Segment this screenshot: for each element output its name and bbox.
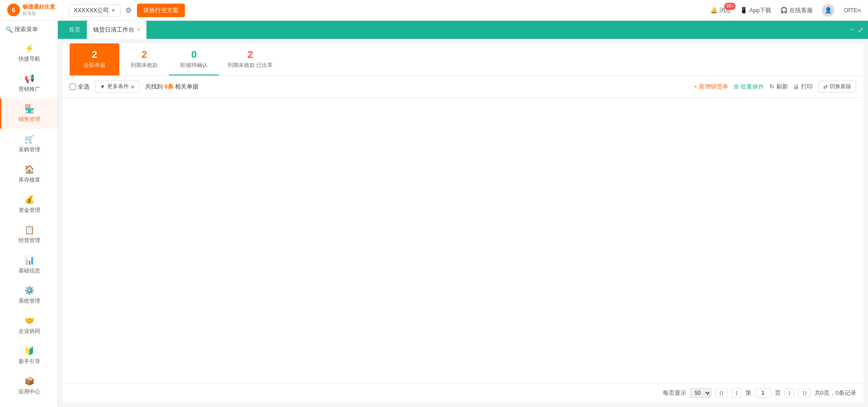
per-page-label: 每页显示 bbox=[663, 389, 686, 397]
basic-info-icon: 📊 bbox=[24, 255, 34, 265]
not-shipped-label: 到期未收款 已出库 bbox=[228, 61, 273, 69]
chevron-down-icon: ▼ bbox=[111, 8, 116, 13]
sidebar-item-system[interactable]: ⚙️ 系统管理 bbox=[0, 280, 57, 310]
message-badge: 99+ bbox=[724, 3, 736, 10]
company-name: XXXXXX公司 bbox=[74, 6, 109, 14]
sidebar-item-wechat[interactable]: 💬 企业微信 bbox=[0, 401, 57, 407]
tab-expand-icon[interactable]: ⤢ bbox=[858, 26, 863, 34]
tab-active[interactable]: 钱货日清工作台 × bbox=[87, 21, 146, 39]
sidebar-item-operations[interactable]: 📋 经营管理 bbox=[0, 220, 57, 250]
last-page-btn[interactable]: ⟩⟩ bbox=[798, 388, 811, 398]
tab-minimize-icon[interactable]: − bbox=[850, 26, 854, 34]
quick-nav-icon: ⚡ bbox=[24, 43, 34, 53]
new-sale-btn[interactable]: + 新增销货单 bbox=[694, 83, 728, 91]
page-input[interactable] bbox=[755, 388, 771, 398]
page-label-end: 页 bbox=[775, 389, 781, 397]
filter-icon: ▼ bbox=[100, 84, 105, 90]
message-button[interactable]: 🔔 消息 99+ bbox=[710, 6, 731, 14]
sales-icon: 🏪 bbox=[24, 104, 34, 114]
not-shipped-num: 2 bbox=[248, 49, 253, 61]
operations-icon: 📋 bbox=[24, 225, 34, 235]
logo-area: 6 畅捷通好生意 标准版 bbox=[7, 4, 65, 16]
inventory-icon: 🏠 bbox=[24, 164, 34, 174]
sidebar-item-label: 企业协同 bbox=[19, 327, 40, 335]
total-label: 共0页，0条记录 bbox=[815, 389, 856, 397]
stat-tab-pending[interactable]: 0 旺辅待确认 bbox=[169, 43, 219, 75]
select-all-label: 全选 bbox=[78, 83, 90, 91]
avatar[interactable]: 👤 bbox=[822, 4, 835, 17]
overdue-label: 到期未收款 bbox=[131, 61, 158, 69]
sidebar-item-label: 快捷导航 bbox=[19, 55, 40, 63]
print-btn[interactable]: 🖨 打印 bbox=[793, 83, 813, 91]
search-icon: 🔍 bbox=[5, 26, 13, 33]
switch-icon: ⇄ bbox=[823, 84, 828, 90]
sidebar-item-basic-info[interactable]: 📊 基础信息 bbox=[0, 250, 57, 280]
app-download-button[interactable]: 📱 App下载 bbox=[740, 6, 771, 14]
logo-line1: 畅捷通好生意 bbox=[23, 4, 55, 10]
sidebar-item-inventory[interactable]: 🏠 库存核算 bbox=[0, 159, 57, 189]
chevron-down-icon: ∨ bbox=[131, 84, 135, 90]
tab-home[interactable]: 首页 bbox=[62, 21, 87, 39]
bell-icon: 🔔 bbox=[710, 7, 717, 14]
select-all-checkbox[interactable] bbox=[70, 84, 76, 90]
sidebar-item-label: 库存核算 bbox=[19, 176, 40, 184]
sidebar-item-label: 营销推广 bbox=[19, 85, 40, 93]
found-count: 0条 bbox=[165, 83, 174, 90]
select-all-area: 全选 bbox=[70, 83, 90, 91]
guide-icon: 🔰 bbox=[24, 346, 34, 356]
content-inner: 2 全部单据 2 到期未收款 0 旺辅待确认 2 到期未收款 已出库 全选 bbox=[62, 43, 863, 402]
sidebar-item-finance[interactable]: 💰 资金管理 bbox=[0, 189, 57, 220]
sidebar-item-guide[interactable]: 🔰 新手引导 bbox=[0, 341, 57, 371]
tab-close-icon[interactable]: × bbox=[137, 27, 140, 33]
per-page-select[interactable]: 50 bbox=[690, 388, 712, 398]
refresh-label: 刷新 bbox=[776, 83, 788, 91]
avatar-icon: 👤 bbox=[825, 7, 832, 14]
purchase-icon: 🛒 bbox=[24, 134, 34, 144]
batch-ops-btn[interactable]: ⊞ 批量操作 bbox=[734, 83, 764, 91]
company-selector[interactable]: XXXXXX公司 ▼ bbox=[69, 4, 121, 17]
header-right: 🔔 消息 99+ 📱 App下载 🎧 在线客服 👤 OfTEn bbox=[710, 4, 861, 17]
switch-label: 切换新版 bbox=[830, 83, 851, 90]
marketing-icon: 📢 bbox=[24, 74, 34, 84]
sidebar-search[interactable]: 🔍 搜索菜单 bbox=[0, 21, 57, 38]
pagination: 每页显示 50 ⟨⟨ ⟨ 第 页 ⟩ ⟩⟩ 共0页，0条记录 bbox=[62, 383, 863, 402]
overdue-num: 2 bbox=[142, 49, 147, 61]
batch-icon: ⊞ bbox=[734, 83, 739, 90]
sidebar-item-sales[interactable]: 🏪 销售管理 bbox=[0, 98, 57, 129]
toolbar-right: + 新增销货单 ⊞ 批量操作 ↻ 刷新 🖨 打印 ⇄ 切换新版 bbox=[694, 80, 856, 93]
refresh-icon: ↻ bbox=[769, 83, 774, 90]
settings-icon[interactable]: ⚙ bbox=[125, 6, 132, 14]
switch-version-btn[interactable]: ⇄ 切换新版 bbox=[818, 80, 856, 93]
sidebar-item-quick-nav[interactable]: ⚡ 快捷导航 bbox=[0, 38, 57, 68]
stat-tab-not-shipped[interactable]: 2 到期未收款 已出库 bbox=[219, 43, 282, 75]
sidebar-item-label: 销售管理 bbox=[19, 116, 40, 123]
next-page-btn[interactable]: ⟩ bbox=[784, 388, 795, 398]
sidebar-item-label: 资金管理 bbox=[19, 206, 40, 214]
found-suffix: 相关单据 bbox=[175, 83, 198, 90]
prev-page-btn[interactable]: ⟨ bbox=[731, 388, 742, 398]
enterprise-icon: 🤝 bbox=[24, 316, 34, 326]
tab-controls: − ⤢ bbox=[850, 26, 863, 34]
print-label: 打印 bbox=[801, 83, 813, 91]
stat-tab-overdue[interactable]: 2 到期未收款 bbox=[119, 43, 169, 75]
print-icon: 🖨 bbox=[793, 83, 799, 90]
toolbar: 全选 ▼ 更多条件 ∨ 共找到 0条 相关单据 + 新增销货单 ⊞ 批量操作 ↻ bbox=[62, 76, 863, 98]
online-service-button[interactable]: 🎧 在线客服 bbox=[780, 6, 813, 14]
sidebar-item-marketing[interactable]: 📢 营销推广 bbox=[0, 68, 57, 98]
sidebar-item-purchase[interactable]: 🛒 采购管理 bbox=[0, 129, 57, 159]
stat-tab-all[interactable]: 2 全部单据 bbox=[70, 43, 119, 75]
more-filters-label: 更多条件 bbox=[107, 83, 129, 90]
sidebar-item-app-center[interactable]: 📦 应用中心 bbox=[0, 371, 57, 401]
refresh-btn[interactable]: ↻ 刷新 bbox=[769, 83, 788, 91]
tab-home-label: 首页 bbox=[69, 26, 80, 34]
finance-icon: 💰 bbox=[24, 195, 34, 205]
pending-num: 0 bbox=[191, 49, 197, 61]
system-icon: ⚙️ bbox=[24, 285, 34, 295]
sidebar-item-label: 基础信息 bbox=[19, 267, 40, 275]
experience-btn[interactable]: 体验行业方案 bbox=[137, 4, 185, 17]
sidebar-item-enterprise[interactable]: 🤝 企业协同 bbox=[0, 310, 57, 341]
more-filters-btn[interactable]: ▼ 更多条件 ∨ bbox=[95, 80, 140, 93]
sidebar-item-label: 经营管理 bbox=[19, 237, 40, 244]
batch-ops-label: 批量操作 bbox=[741, 83, 764, 91]
first-page-btn[interactable]: ⟨⟨ bbox=[715, 388, 728, 398]
